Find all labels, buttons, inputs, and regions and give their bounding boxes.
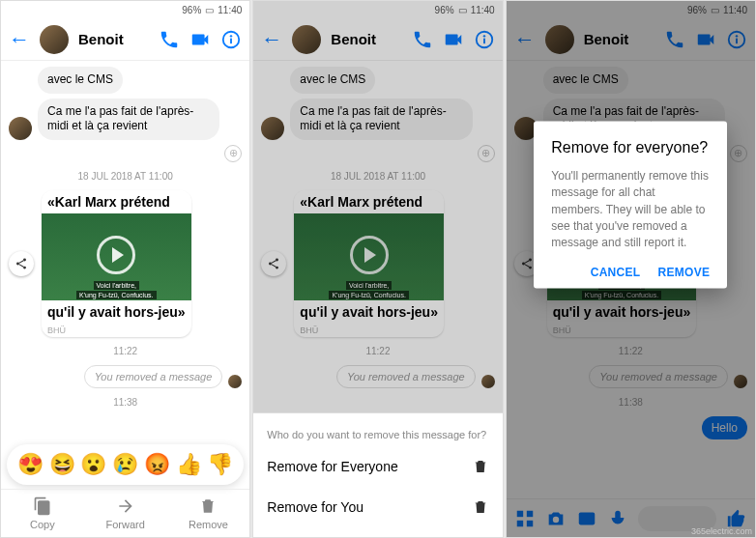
avatar[interactable] [40,25,69,54]
message-bubble[interactable]: avec le CMS [290,67,375,94]
more-icon[interactable]: ⊕ [478,145,495,162]
seen-indicator [481,375,495,388]
remove-you-row[interactable]: Remove for You [265,487,490,527]
removed-message[interactable]: You removed a message [84,365,223,388]
mic-icon[interactable] [607,508,628,529]
clock: 11:40 [471,5,495,15]
timestamp: 11:38 [514,393,747,411]
play-icon[interactable] [97,236,135,274]
caption-line: K'ung Fu-tzü, Confucius. [76,291,156,299]
gallery-icon[interactable] [576,508,597,529]
back-button[interactable]: ← [9,27,30,52]
media-card[interactable]: «Karl Marx prétend Voici l'arbitre,K'ung… [294,190,444,337]
info-icon[interactable] [220,29,242,50]
contact-name[interactable]: Benoit [78,31,149,47]
reaction-laugh[interactable]: 😆 [49,452,75,477]
trash-icon [472,458,489,475]
message-bubble[interactable]: avec le CMS [543,67,628,94]
caption-line: Voici l'arbitre, [94,281,139,290]
svg-rect-21 [526,520,532,525]
cancel-button[interactable]: CANCEL [591,265,641,278]
camera-icon[interactable] [545,508,567,529]
forward-action[interactable]: Forward [84,490,167,537]
reaction-thumbs-up[interactable]: 👍 [176,452,202,477]
message-bubble[interactable]: Ca me l'a pas fait de l'après-midi et là… [38,99,219,140]
remove-everyone-row[interactable]: Remove for Everyone [265,446,490,487]
timestamp: 11:22 [9,342,242,360]
reaction-heart-eyes[interactable]: 😍 [17,452,44,477]
reaction-bar: 😍 😆 😮 😢 😡 👍 👎 [7,444,244,485]
contact-name[interactable]: Benoit [584,31,654,47]
card-title-top: «Karl Marx prétend [294,190,444,213]
remove-you-label: Remove for You [267,499,363,515]
dialog-buttons: CANCEL REMOVE [551,265,710,278]
voice-call-icon[interactable] [664,29,685,50]
share-button[interactable] [261,251,286,276]
svg-point-1 [230,35,232,37]
sent-message[interactable]: Hello [702,416,747,439]
play-icon[interactable] [350,236,389,274]
media-card[interactable]: «Karl Marx prétend Voici l'arbitre, K'un… [42,190,191,337]
avatar-small[interactable] [261,117,284,140]
message-bubble[interactable]: avec le CMS [38,67,123,94]
reaction-angry[interactable]: 😡 [144,452,170,477]
removed-message[interactable]: You removed a message [336,365,476,388]
clock: 11:40 [723,5,747,15]
svg-point-5 [23,266,26,269]
avatar[interactable] [545,25,574,54]
confirm-dialog: Remove for everyone? You'll permanently … [534,121,727,288]
remove-label: Remove [189,519,228,530]
more-icon[interactable]: ⊕ [224,145,242,162]
battery-icon: ▭ [458,5,467,15]
removed-message[interactable]: You removed a message [589,365,728,388]
video-thumbnail[interactable]: Voici l'arbitre, K'ung Fu-tzü, Confucius… [42,213,191,300]
svg-rect-18 [516,510,522,516]
clock: 11:40 [218,5,242,15]
share-button[interactable] [9,251,34,276]
svg-point-9 [276,258,278,261]
remove-action[interactable]: Remove [167,490,250,537]
caption-line: K'ung Fu-tzü, Confucius. [329,291,408,299]
action-bar: Copy Forward Remove [1,489,249,537]
card-title-bottom: qu'il y avait hors-jeu» [547,300,697,324]
trash-icon [472,498,489,516]
reaction-thumbs-down[interactable]: 👎 [207,452,233,477]
reaction-wow[interactable]: 😮 [80,452,106,477]
svg-rect-23 [578,512,595,524]
contact-name[interactable]: Benoit [331,31,401,47]
card-title-bottom: qu'il y avait hors-jeu» [294,300,444,324]
video-call-icon[interactable] [189,29,211,50]
message-row: Ca me l'a pas fait de l'après-midi et là… [9,99,242,140]
more-icon[interactable]: ⊕ [730,145,747,162]
svg-point-11 [276,266,278,269]
back-button[interactable]: ← [514,27,536,52]
apps-icon[interactable] [514,508,536,529]
video-call-icon[interactable] [443,29,464,50]
timestamp: 18 JUL 2018 AT 11:00 [261,167,494,185]
timestamp: 11:38 [9,393,242,411]
card-title-bottom: qu'il y avait hors-jeu» [42,300,191,324]
video-thumbnail[interactable]: Voici l'arbitre,K'ung Fu-tzü, Confucius. [294,213,444,300]
seen-indicator [228,375,242,388]
chat-area[interactable]: avec le CMS Ca me l'a pas fait de l'aprè… [1,61,249,440]
card-title-top: «Karl Marx prétend [42,190,191,213]
avatar-small[interactable] [9,117,32,140]
battery-text: 96% [687,5,707,15]
card-source: BHÜ [42,324,191,337]
reaction-sad[interactable]: 😢 [112,452,138,477]
remove-button[interactable]: REMOVE [658,265,711,278]
info-icon[interactable] [474,29,495,50]
card-row: «Karl Marx prétend Voici l'arbitre, K'un… [9,190,242,337]
video-call-icon[interactable] [695,29,716,50]
avatar[interactable] [292,25,321,54]
dialog-title: Remove for everyone? [551,138,710,156]
back-button[interactable]: ← [261,27,282,52]
voice-call-icon[interactable] [412,29,433,50]
info-icon[interactable] [726,29,747,50]
message-bubble[interactable]: Ca me l'a pas fait de l'après-midi et là… [290,99,472,140]
battery-text: 96% [435,5,454,15]
voice-call-icon[interactable] [159,29,180,50]
timestamp: 11:22 [514,342,747,360]
copy-action[interactable]: Copy [1,490,84,537]
card-source: BHÜ [294,324,444,337]
